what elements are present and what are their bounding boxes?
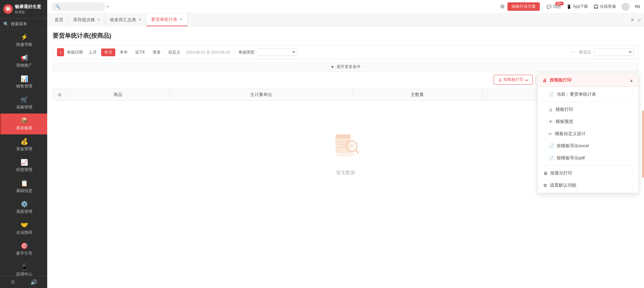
print-template-button[interactable]: 🖨 按模板打印 ▲ [494,75,533,85]
dropdown-current-label: 当前：要货单统计表 [557,91,596,97]
expand-conditions-label: 展开更多条件 [336,64,361,70]
date-btn-this-year[interactable]: 本年 [117,49,131,56]
sidebar-item-operation[interactable]: 📈 经营管理 [0,155,47,176]
topbar: 🔍 ▾ ⚙ 体验行业方案 💬 消息 99+ 📱 App下载 🎧 在线客服 [47,0,644,13]
table-header-settings[interactable]: ⚙ [53,89,66,101]
logo-icon: 畅 [3,4,13,14]
current-template-arrow: › [632,92,633,96]
basic-icon: 📋 [21,180,28,187]
svg-rect-4 [338,144,345,145]
tab-order-stats-close[interactable]: ✕ [179,17,182,22]
yaohuodian-select[interactable] [594,49,634,56]
logo-text: 畅康通好生意 标准版 [15,4,41,14]
message-action[interactable]: 💬 消息 99+ [547,4,561,9]
tab-receipt-summary-close[interactable]: ✕ [138,18,141,22]
app-download-action[interactable]: 📱 App下载 [566,4,588,9]
sidebar-item-basic[interactable]: 📋 基础信息 [0,176,47,197]
sidebar-item-sales[interactable]: 📊 销售管理 [0,72,47,93]
date-btn-this-month[interactable]: 本月 [101,49,115,56]
dropdown-header-left: 🖨 按模板打印 [543,77,572,83]
dropdown-header-close[interactable]: ▲ [629,78,634,83]
sidebar-item-finance[interactable]: 💰 资金管理 [0,134,47,155]
export-excel-label: 按模板导出excel [557,143,589,149]
user-avatar[interactable] [621,3,630,11]
date-btn-more[interactable]: 更多 [150,49,164,56]
headset-icon: 🎧 [593,4,598,9]
marketing-icon: 📢 [21,54,28,62]
volume-bottom-btn[interactable]: 🔊 [30,279,37,285]
tab-maximize-btn[interactable]: ⤢ [637,17,641,23]
settings-bottom-btn[interactable]: ⚙ [10,279,15,285]
sidebar-item-label: 基础信息 [16,188,32,194]
dropdown-item-template-preview[interactable]: 👁 模板预览 [538,116,638,128]
dropdown-sub-left: 🖥 按显示打印 [543,170,572,176]
filter-more-icon[interactable]: ··· [572,50,575,55]
trial-button[interactable]: 体验行业方案 [507,2,540,11]
dropdown-item-template-print[interactable]: 🖨 模板打印 [538,103,638,116]
tab-close-all-btn[interactable]: ✕ [631,17,635,23]
export-excel-icon: 📄 [549,143,554,149]
tab-controls: ✕ ⤢ [631,17,644,23]
dropdown-sub-section: 🖥 按显示打印 › ⚙ 设置默认功能 › [538,166,638,193]
dropdown-current-left: 📄 当前：要货单统计表 [549,91,596,97]
dropdown-sub-default-left: ⚙ 设置默认功能 [543,182,576,188]
date-btn-last-7-days[interactable]: 近7天 [132,49,149,56]
enterprise-icon: 🤝 [21,221,28,229]
dropdown-item-export-excel[interactable]: 📄 按模板导出excel [538,140,638,152]
tab-receipt-summary[interactable]: 收发存汇总表 ✕ [105,13,146,26]
purchase-icon: 🛒 [21,96,28,103]
svg-point-7 [348,143,355,150]
dropdown-item-left-custom: ✏ 模板自定义设计 [549,131,586,137]
sidebar-item-label: 企业协同 [16,230,32,235]
sidebar-item-label: 快捷导航 [16,42,32,47]
sidebar-search[interactable]: 🔍 搜索菜单 [0,19,47,30]
page-title: 要货单统计表(按商品) [53,32,639,40]
sidebar-item-marketing[interactable]: 📢 营销推广 [0,51,47,72]
tab-inventory-batch-close[interactable]: ✕ [97,18,100,22]
sidebar-item-newbie[interactable]: 🎯 新手引导 [0,239,47,260]
customer-service-action[interactable]: 🎧 在线客服 [593,4,616,9]
filter-bar: › 单据日期 上月 本月 本年 近7天 更多 自定义 2023-06-01 至 … [53,45,639,59]
tab-inventory-batch-label: 库存批次账 [73,17,95,23]
expand-conditions-bar[interactable]: ▼ 展开更多条件 [53,62,639,72]
app-icon: 📱 [21,263,28,270]
table-gear-icon[interactable]: ⚙ [58,92,62,97]
dropdown-item-template-custom[interactable]: ✏ 模板自定义设计 [538,128,638,140]
sidebar-item-app[interactable]: 📱 应用中心 [0,260,47,276]
dropdown-sub-set-default[interactable]: ⚙ 设置默认功能 › [538,179,638,191]
dropdown-arrow-icon[interactable]: ▾ [107,4,109,9]
topbar-gear-icon[interactable]: ⚙ [500,3,505,10]
sidebar-item-quick-nav[interactable]: ⚡ 快捷导航 [0,30,47,51]
sidebar-item-label: 新手引导 [16,251,32,256]
sales-icon: 📊 [21,75,28,83]
table-header-quantity: 主数量 [352,89,482,101]
display-print-icon: 🖥 [543,171,548,176]
sidebar-item-label: 销售管理 [16,84,32,89]
filter-expand-button[interactable]: › [57,48,64,56]
tab-inventory-batch[interactable]: 库存批次账 ✕ [68,13,105,26]
sidebar-item-enterprise[interactable]: 🤝 企业协同 [0,218,47,239]
date-btn-custom[interactable]: 自定义 [165,49,183,56]
set-default-icon: ⚙ [543,183,547,188]
quick-nav-icon: ⚡ [21,33,28,41]
template-custom-label: 模板自定义设计 [555,131,586,137]
svg-line-8 [355,150,358,153]
page-content: 要货单统计表(按商品) › 单据日期 上月 本月 本年 近7天 更多 自定义 2… [47,26,644,288]
date-btn-last-month[interactable]: 上月 [86,49,100,56]
dropdown-item-export-pdf[interactable]: 📄 按模板导出pdf [538,152,638,164]
type-filter-select[interactable] [257,49,298,56]
dropdown-current-template[interactable]: 📄 当前：要货单统计表 › [538,88,638,100]
right-scrollbar[interactable] [642,110,644,178]
export-pdf-icon: 📄 [549,156,554,161]
tab-home[interactable]: 首页 [50,13,68,26]
sidebar-item-purchase[interactable]: 🛒 采购管理 [0,93,47,114]
sidebar-item-system[interactable]: ⚙️ 系统管理 [0,197,47,218]
search-icon: 🔍 [3,22,9,27]
sidebar-item-inventory[interactable]: 📦 库存核算 [0,114,47,134]
tab-order-stats[interactable]: 要货单统计表 ✕ [146,13,187,26]
sidebar-item-label: 经营管理 [16,167,32,173]
dropdown-sub-display-print[interactable]: 🖥 按显示打印 › [538,167,638,179]
topbar-search-box[interactable]: 🔍 [51,2,105,11]
tab-order-stats-label: 要货单统计表 [151,17,177,23]
tabs-bar: 首页 库存批次账 ✕ 收发存汇总表 ✕ 要货单统计表 ✕ ✕ ⤢ [47,13,644,26]
